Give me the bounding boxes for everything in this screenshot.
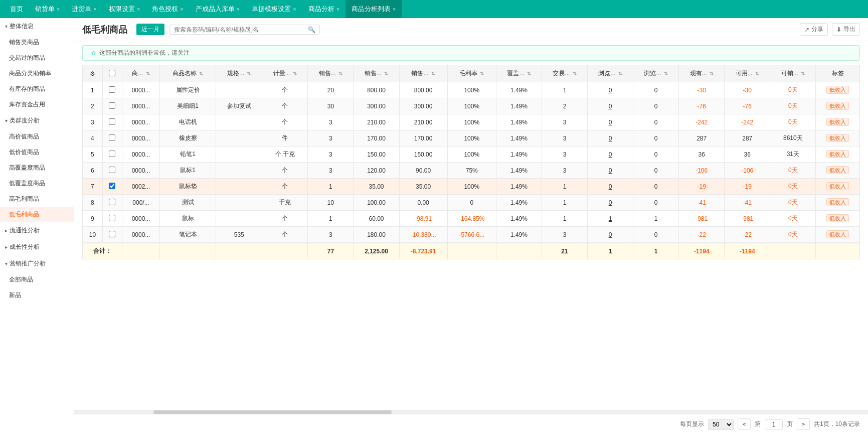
row-checkbox[interactable]	[102, 179, 122, 195]
sidebar-item-low-coverage[interactable]: 低覆盖度商品	[0, 176, 74, 191]
sidebar-item-stock-capital[interactable]: 库存资金占用	[0, 97, 74, 112]
row-browse1[interactable]: 0	[588, 179, 633, 195]
nav-product-inbound[interactable]: 产成品入库单 ×	[190, 0, 246, 18]
sidebar-group-growth[interactable]: ▸ 成长性分析	[0, 239, 74, 255]
row-checkbox[interactable]	[102, 130, 122, 147]
col-code[interactable]: 商... ⇅	[122, 65, 160, 82]
row-coverage: 1.49%	[496, 147, 542, 163]
filter-recent-month-button[interactable]: 近一月	[136, 24, 164, 35]
row-browse1[interactable]: 0	[588, 163, 633, 179]
row-checkbox[interactable]	[102, 114, 122, 130]
nav-permission[interactable]: 权限设置 ×	[103, 0, 146, 18]
sidebar-group-overall[interactable]: ▾ 整体信息	[0, 18, 74, 35]
search-icon[interactable]: 🔍	[308, 26, 315, 33]
sort-icon-unit: ⇅	[293, 71, 297, 76]
row-browse1[interactable]: 0	[588, 98, 633, 114]
col-spec[interactable]: 规格... ⇅	[216, 65, 262, 82]
sidebar-group-cluster-label: 类群度分析	[10, 116, 40, 125]
col-available[interactable]: 可用... ⇅	[725, 65, 770, 82]
sidebar-item-sales-goods[interactable]: 销售类商品	[0, 35, 74, 50]
sidebar-item-all-goods[interactable]: 全部商品	[0, 272, 74, 287]
row-browse1[interactable]: 0	[588, 82, 633, 98]
sidebar-item-high-coverage[interactable]: 高覆盖度商品	[0, 160, 74, 176]
nav-template[interactable]: 单据模板设置 ×	[246, 0, 302, 18]
col-coverage[interactable]: 覆盖... ⇅	[496, 65, 542, 82]
search-input[interactable]	[174, 26, 306, 33]
nav-close-purchase[interactable]: ×	[93, 6, 96, 12]
horizontal-scrollbar[interactable]	[74, 410, 868, 414]
row-trade-count: 1	[542, 211, 587, 227]
row-browse1[interactable]: 0	[588, 227, 633, 243]
sidebar-item-traded-goods[interactable]: 交易过的商品	[0, 50, 74, 66]
nav-close-analysis[interactable]: ×	[336, 6, 339, 12]
per-page-select[interactable]: 50 20 100	[708, 419, 734, 430]
row-browse1[interactable]: 1	[588, 211, 633, 227]
row-checkbox[interactable]	[102, 195, 122, 211]
export-button[interactable]: ⬇ 导出	[832, 23, 860, 36]
col-tag[interactable]: 标签	[816, 65, 860, 82]
top-navigation: 首页 销货单 × 进货单 × 权限设置 × 角色授权 × 产成品入库单 × 单据…	[0, 0, 868, 18]
row-trade-count: 1	[542, 195, 587, 211]
col-unit[interactable]: 计量... ⇅	[262, 65, 308, 82]
col-name[interactable]: 商品名称 ⇅	[160, 65, 216, 82]
col-browse1[interactable]: 浏览... ⇅	[588, 65, 633, 82]
sort-icon-sales-qty: ⇅	[338, 71, 342, 76]
table-row: 9 0000... 鼠标 个 1 60.00 -98.91 -164.85% 1…	[83, 211, 860, 227]
row-browse1[interactable]: 0	[588, 114, 633, 130]
nav-sales-order[interactable]: 销货单 ×	[29, 0, 66, 18]
col-sales-amount[interactable]: 销售... ⇅	[354, 65, 399, 82]
prev-page-button[interactable]: ＜	[738, 418, 751, 430]
nav-close-permission[interactable]: ×	[137, 6, 140, 12]
sidebar-item-low-value[interactable]: 低价值商品	[0, 144, 74, 160]
col-checkbox[interactable]	[102, 65, 122, 82]
sidebar-item-high-value[interactable]: 高价值商品	[0, 129, 74, 144]
row-tag: 低收入	[816, 147, 860, 163]
search-box: 🔍	[169, 25, 320, 35]
row-trade-count: 3	[542, 130, 587, 147]
nav-product-analysis[interactable]: 商品分析 ×	[302, 0, 345, 18]
col-browse2[interactable]: 浏览... ⇅	[633, 65, 679, 82]
nav-close-inbound[interactable]: ×	[237, 6, 240, 12]
row-browse1[interactable]: 0	[588, 130, 633, 147]
row-sales-profit: 210.00	[399, 114, 447, 130]
nav-home[interactable]: 首页	[4, 0, 29, 18]
sidebar-item-stocked-goods[interactable]: 有库存的商品	[0, 81, 74, 97]
col-saleable[interactable]: 可销... ⇅	[770, 65, 816, 82]
col-sales-qty[interactable]: 销售... ⇅	[308, 65, 354, 82]
row-checkbox[interactable]	[102, 82, 122, 98]
sidebar-item-low-margin[interactable]: 低毛利商品	[0, 207, 74, 222]
nav-purchase-order[interactable]: 进货单 ×	[66, 0, 102, 18]
row-checkbox[interactable]	[102, 163, 122, 179]
share-button[interactable]: ↗ 分享	[800, 23, 828, 36]
sort-icon-gross-margin: ⇅	[480, 71, 484, 76]
row-checkbox[interactable]	[102, 211, 122, 227]
col-trade-count[interactable]: 交易... ⇅	[542, 65, 587, 82]
nav-close-sales[interactable]: ×	[57, 6, 60, 12]
col-current-stock[interactable]: 现有... ⇅	[679, 65, 725, 82]
header-actions: ↗ 分享 ⬇ 导出	[800, 23, 860, 36]
row-browse1[interactable]: 0	[588, 195, 633, 211]
sidebar-item-high-margin[interactable]: 高毛利商品	[0, 191, 74, 207]
sidebar-item-new-goods[interactable]: 新品	[0, 287, 74, 303]
sidebar-group-flow[interactable]: ▸ 流通性分析	[0, 222, 74, 239]
row-browse2: 0	[633, 114, 679, 130]
row-checkbox[interactable]	[102, 98, 122, 114]
nav-role-auth[interactable]: 角色授权 ×	[146, 0, 189, 18]
col-sales-profit[interactable]: 销售... ⇅	[399, 65, 447, 82]
select-all-checkbox[interactable]	[109, 70, 115, 76]
row-checkbox[interactable]	[102, 227, 122, 243]
nav-close-role[interactable]: ×	[180, 6, 183, 12]
sidebar-group-cluster[interactable]: ▾ 类群度分析	[0, 112, 74, 129]
nav-close-analysis-list[interactable]: ×	[393, 6, 396, 12]
nav-close-template[interactable]: ×	[293, 6, 296, 12]
sidebar-group-marketing[interactable]: ▾ 营销推广分析	[0, 255, 74, 272]
page-number-input[interactable]	[765, 419, 783, 429]
col-settings[interactable]: ⚙	[83, 65, 103, 82]
nav-product-analysis-list[interactable]: 商品分析列表 ×	[345, 0, 402, 18]
row-browse1[interactable]: 0	[588, 147, 633, 163]
next-page-button[interactable]: ＞	[797, 418, 810, 430]
col-gross-margin[interactable]: 毛利率 ⇅	[447, 65, 496, 82]
row-code: 0000...	[122, 163, 160, 179]
row-checkbox[interactable]	[102, 147, 122, 163]
sidebar-item-category-rate[interactable]: 商品分类助销率	[0, 66, 74, 81]
